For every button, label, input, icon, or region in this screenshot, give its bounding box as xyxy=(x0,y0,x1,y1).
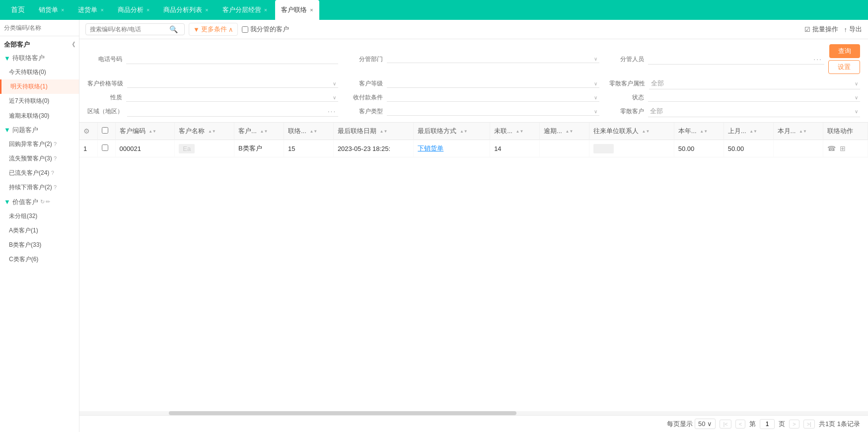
col-last-date[interactable]: 最后联络日期 ▲▼ xyxy=(333,123,413,140)
sidebar-item-tomorrow-contact[interactable]: 明天待联络(1) xyxy=(0,79,79,94)
filter-price-level: 客户价格等级 ∨ xyxy=(87,78,338,89)
first-page-button[interactable]: |< xyxy=(720,420,731,429)
sidebar-item-ungrouped[interactable]: 未分组(32) xyxy=(0,209,79,223)
batch-operation-button[interactable]: ☑ 批量操作 xyxy=(804,25,838,34)
nav-tab-4[interactable]: 客户分层经营 × xyxy=(217,0,273,20)
close-icon[interactable]: × xyxy=(146,7,149,13)
cell-name: Ea xyxy=(175,140,234,157)
page-size-dropdown[interactable]: 50 ∨ xyxy=(695,419,716,429)
next-page-button[interactable]: > xyxy=(789,420,799,429)
export-button[interactable]: ↑ 导出 xyxy=(844,25,863,34)
chevron-down-icon: ∨ xyxy=(594,81,597,86)
last-page-button[interactable]: >| xyxy=(803,420,815,429)
filter-person-select[interactable]: ··· xyxy=(648,54,824,65)
nav-tab-1[interactable]: 进货单 × xyxy=(72,0,109,20)
filter-status-select[interactable]: ∨ xyxy=(648,94,860,102)
sidebar-item-overdue-contact[interactable]: 逾期未联络(30) xyxy=(0,109,79,123)
sidebar-item-b-class[interactable]: B类客户(33) xyxy=(0,238,79,252)
sort-icon: ▲▼ xyxy=(309,129,317,134)
filter-retail-attr: 零散客户属性 全部 ∨ xyxy=(609,78,860,89)
filter-price-level-select[interactable]: ∨ xyxy=(127,80,338,88)
my-customer-checkbox-area: 我分管的客户 xyxy=(242,25,289,34)
toolbar: 🔍 ▼ 更多条件 ∧ 我分管的客户 ☑ 批量操作 ↑ 导出 xyxy=(79,20,868,39)
nav-home[interactable]: 首页 xyxy=(5,0,31,20)
cell-not-contacted: 14 xyxy=(490,140,540,157)
col-not-contacted[interactable]: 未联... ▲▼ xyxy=(490,123,540,140)
filter-nature: 性质 ∨ xyxy=(87,93,338,102)
nav-tab-5[interactable]: 客户联络 × xyxy=(275,0,319,20)
col-this-month[interactable]: 本月... ▲▼ xyxy=(773,123,823,140)
checkbox-icon: ☑ xyxy=(804,26,810,33)
more-filter-button[interactable]: ▼ 更多条件 ∧ xyxy=(189,23,238,36)
col-last-month[interactable]: 上月... ▲▼ xyxy=(723,123,773,140)
close-icon[interactable]: × xyxy=(100,7,103,13)
sidebar-item-declining[interactable]: 持续下滑客户(2) ? xyxy=(0,180,79,195)
close-icon[interactable]: × xyxy=(264,7,267,13)
nav-tab-3[interactable]: 商品分析列表 × xyxy=(157,0,214,20)
customer-table: ⚙ 客户编码 ▲▼ 客户名称 ▲▼ 客户... ▲▼ 联络... ▲▼ 最后联络… xyxy=(79,123,868,157)
col-overdue[interactable]: 逾期... ▲▼ xyxy=(540,123,589,140)
col-name[interactable]: 客户名称 ▲▼ xyxy=(175,123,234,140)
sidebar-item-churned[interactable]: 已流失客户(24) ? xyxy=(0,166,79,180)
group-value-customers[interactable]: ▼ 价值客户 ↻ ✏ xyxy=(0,195,79,209)
search-icon[interactable]: 🔍 xyxy=(169,25,178,33)
search-input[interactable] xyxy=(90,26,169,33)
col-checkbox xyxy=(97,123,115,140)
sidebar-item-churn-warning[interactable]: 流失预警客户(3) ? xyxy=(0,151,79,166)
cell-last-date: 2023-05-23 18:25: xyxy=(333,140,413,157)
col-contact-person[interactable]: 往来单位联系人 ▲▼ xyxy=(589,123,674,140)
col-last-method[interactable]: 最后联络方式 ▲▼ xyxy=(414,123,490,140)
close-icon[interactable]: × xyxy=(61,7,64,13)
filter-phone-input[interactable] xyxy=(126,55,338,64)
set-button[interactable]: 设置 xyxy=(828,60,860,74)
chevron-up-icon: ∧ xyxy=(228,26,233,33)
col-contact-count[interactable]: 联络... ▲▼ xyxy=(284,123,333,140)
group-problem-customers[interactable]: ▼ 问题客户 xyxy=(0,123,79,137)
sidebar-search-input[interactable] xyxy=(4,24,78,31)
prev-page-button[interactable]: < xyxy=(735,420,745,429)
filter-customer-type-select[interactable]: ∨ xyxy=(387,108,599,116)
sidebar-item-c-class[interactable]: C类客户(6) xyxy=(0,252,79,267)
collapse-icon: 《 xyxy=(69,41,75,49)
phone-action-icon[interactable]: ☎ xyxy=(827,144,836,152)
group-pending-contact[interactable]: ▼ 待联络客户 xyxy=(0,51,79,65)
col-code[interactable]: 客户编码 ▲▼ xyxy=(115,123,175,140)
sidebar-item-today-contact[interactable]: 今天待联络(0) xyxy=(0,65,79,79)
nav-tab-0[interactable]: 销货单 × xyxy=(33,0,70,20)
filter-payment-select[interactable]: ∨ xyxy=(387,94,599,102)
close-icon[interactable]: × xyxy=(310,7,313,13)
nav-tab-2[interactable]: 商品分析 × xyxy=(112,0,155,20)
filter-nature-select[interactable]: ∨ xyxy=(126,94,338,102)
grid-action-icon[interactable]: ⊞ xyxy=(840,144,846,152)
row-checkbox[interactable] xyxy=(102,144,108,151)
sort-icon: ▲▼ xyxy=(460,129,468,134)
filter-dept-select[interactable]: ∨ xyxy=(387,55,599,63)
col-type[interactable]: 客户... ▲▼ xyxy=(234,123,284,140)
cell-code: 000021 xyxy=(115,140,175,157)
horizontal-scrollbar[interactable] xyxy=(79,411,868,415)
sidebar-item-7days-contact[interactable]: 近7天待联络(0) xyxy=(0,94,79,108)
filter-area-select[interactable]: ··· xyxy=(127,106,338,117)
select-all-checkbox[interactable] xyxy=(102,127,108,134)
close-icon[interactable]: × xyxy=(205,7,208,13)
filter-customer-level-select[interactable]: ∨ xyxy=(387,80,599,88)
filter-retail-customer-select[interactable]: 全部 ∨ xyxy=(648,106,860,117)
sidebar-item-a-class[interactable]: A类客户(1) xyxy=(0,223,79,238)
cell-index: 1 xyxy=(79,140,97,157)
filter-status: 状态 ∨ xyxy=(609,93,860,102)
method-link[interactable]: 下销货单 xyxy=(418,144,443,152)
scrollbar-thumb[interactable] xyxy=(169,411,516,415)
cell-contact-person xyxy=(589,140,674,157)
sidebar-item-repurchase-anomaly[interactable]: 回购异常客户(2) ? xyxy=(0,137,79,151)
query-button[interactable]: 查询 xyxy=(829,44,860,58)
my-customer-checkbox[interactable] xyxy=(242,26,248,33)
filter-retail-attr-select[interactable]: 全部 ∨ xyxy=(649,78,860,89)
col-this-year[interactable]: 本年... ▲▼ xyxy=(674,123,723,140)
page-number-input[interactable] xyxy=(760,419,775,429)
main-layout: 🔍 全部客户 《 ▼ 待联络客户 今天待联络(0) 明天待联络(1) 近7天待联… xyxy=(0,20,868,432)
action-icons-group: ☎ ⊞ xyxy=(827,144,864,152)
all-customers-header[interactable]: 全部客户 《 xyxy=(0,36,79,51)
pagination-bar: 每页显示 50 ∨ |< < 第 页 > >| 共1页 1条记录 xyxy=(79,415,868,432)
gear-icon[interactable]: ⚙ xyxy=(83,127,90,135)
cell-overdue xyxy=(540,140,589,157)
